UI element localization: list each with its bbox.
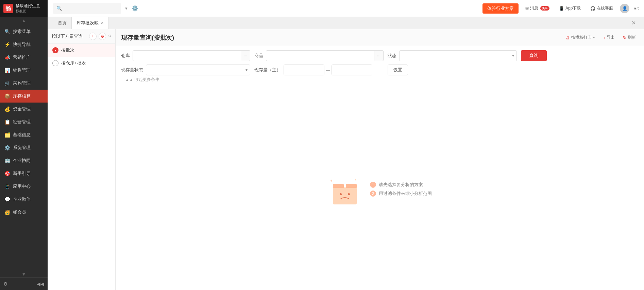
stock-qty-dash: — [326, 68, 330, 73]
message-icon: ✉ [525, 6, 529, 11]
sidebar-item-operations-label: 经营管理 [13, 119, 31, 125]
sidebar-item-guide-label: 新手引导 [13, 170, 31, 177]
sidebar-item-guide[interactable]: 🎯 新手引导 [0, 167, 48, 180]
app-download-button[interactable]: 📱 App下载 [556, 4, 583, 13]
stock-qty-filter: 现存量（主） — [254, 65, 384, 75]
sidebar-item-marketing[interactable]: 📣 营销推广 [0, 51, 48, 64]
settings-button[interactable]: 设置 [388, 65, 408, 75]
product-more-button[interactable]: ··· [374, 50, 384, 61]
stock-status-label: 现存量状态 [121, 67, 143, 73]
appstore-icon: 📱 [4, 183, 10, 189]
sidebar-item-appstore[interactable]: 📱 应用中心 [0, 180, 48, 193]
tab-home[interactable]: 首页 [53, 17, 72, 29]
app-download-icon: 📱 [559, 6, 564, 11]
system-icon: ⚙️ [4, 145, 10, 151]
sidebar-item-enterprise[interactable]: 🏢 企业协同 [0, 154, 48, 167]
svg-rect-2 [346, 184, 357, 188]
sidebar-item-search[interactable]: 🔍 搜索菜单 [0, 25, 48, 38]
sidebar-item-system[interactable]: ⚙️ 系统管理 [0, 141, 48, 154]
stock-qty-range: — [284, 65, 384, 75]
sidebar-item-purchase-label: 采购管理 [13, 80, 31, 86]
sidebar-item-basic[interactable]: 🗂️ 基础信息 [0, 128, 48, 141]
guide-icon: 🎯 [4, 170, 10, 177]
status-filter-label: 状态 [388, 53, 396, 59]
topbar-search-input[interactable] [63, 6, 118, 11]
scheme-item-warehouse-batch-label: 按仓库+批次 [61, 60, 86, 66]
export-label: 导出 [607, 35, 615, 40]
add-scheme-button[interactable]: + [89, 33, 97, 40]
sidebar-item-enterprise-label: 企业协同 [13, 158, 31, 164]
scheme-settings-button[interactable]: ⚙ [99, 33, 106, 40]
collapse-sidebar-button[interactable]: ◀◀ [37, 281, 44, 287]
print-dropdown-icon[interactable]: ▾ [593, 35, 595, 40]
lightning-icon: ⚡ [4, 41, 10, 48]
hint-1-text: 请先选择要分析的方案 [379, 182, 423, 188]
print-label: 按模板打印 [571, 35, 592, 40]
sidebar-scroll-up[interactable]: ▲ [0, 17, 48, 24]
scheme-item-warehouse-batch[interactable]: ○ 按仓库+批次 [48, 57, 115, 70]
message-button[interactable]: ✉ 消息 99+ [523, 4, 552, 13]
online-service-button[interactable]: 🎧 在线客服 [588, 4, 616, 13]
svg-rect-0 [333, 187, 357, 204]
stock-qty-max-input[interactable] [332, 65, 372, 75]
search-icon: 🔍 [56, 6, 62, 11]
hint-1-number: 1 [370, 182, 376, 188]
settings-footer-button[interactable]: ⚙ [3, 281, 8, 287]
sidebar-item-finance[interactable]: 💰 资金管理 [0, 103, 48, 115]
svg-text:✦: ✦ [329, 179, 333, 183]
warehouse-filter: 仓库 ··· [121, 50, 250, 61]
sidebar-item-purchase[interactable]: 🛒 采购管理 [0, 77, 48, 90]
filter-row-1: 仓库 ··· 商品 ··· 状态 [121, 50, 639, 61]
sidebar-item-inventory[interactable]: 📦 库存核算 [0, 90, 48, 103]
scheme-panel: 按以下方案查询 + ⚙ « ● 按批次 ○ 按仓库+批次 [48, 29, 116, 290]
tab-home-label: 首页 [58, 20, 67, 26]
chevron-up-icon: ▲▲ [125, 77, 133, 82]
topbar-settings-button[interactable]: ⚙️ [132, 5, 138, 12]
trial-solution-button[interactable]: 体验行业方案 [482, 3, 519, 14]
sidebar-item-inventory-label: 库存核算 [13, 93, 31, 99]
username-label[interactable]: Rit [633, 6, 639, 11]
collapse-filter-label: 收起更多条件 [135, 77, 159, 83]
warehouse-more-button[interactable]: ··· [241, 50, 250, 61]
sidebar-item-member[interactable]: 👑 畅会员 [0, 206, 48, 219]
app-title: 畅康通好生意 [16, 3, 40, 9]
query-button[interactable]: 查询 [521, 50, 547, 61]
sidebar-item-quicknav-label: 快捷导航 [13, 41, 31, 48]
sidebar-item-marketing-label: 营销推广 [13, 54, 31, 60]
sidebar-item-sales-label: 销售管理 [13, 67, 31, 73]
warehouse-filter-input[interactable] [133, 50, 241, 61]
sidebar-item-member-label: 畅会员 [13, 209, 26, 215]
tab-batch-account[interactable]: 库存批次账 ✕ [72, 17, 109, 29]
sidebar-scroll-down[interactable]: ▼ [0, 271, 48, 277]
stock-qty-min-input[interactable] [284, 65, 324, 75]
status-filter-select[interactable] [399, 50, 517, 61]
product-filter-label: 商品 [254, 53, 263, 59]
page-title: 现存量查询(按批次) [121, 34, 174, 42]
scheme-dot-red: ● [52, 47, 58, 53]
operations-icon: 📋 [4, 119, 10, 125]
export-button[interactable]: ↑ 导出 [600, 33, 617, 42]
sidebar-item-operations[interactable]: 📋 经营管理 [0, 115, 48, 128]
topbar-dropdown-icon[interactable]: ▾ [125, 6, 128, 11]
print-button[interactable]: 🖨 按模板打印 ▾ [563, 33, 598, 42]
scheme-item-batch[interactable]: ● 按批次 [48, 44, 115, 57]
user-avatar[interactable]: 👤 [620, 4, 629, 13]
member-icon: 👑 [4, 209, 10, 215]
product-filter-input[interactable] [266, 50, 374, 61]
topbar-search-box[interactable]: 🔍 [53, 3, 121, 14]
tabs-close-all-button[interactable]: ✕ [629, 20, 639, 26]
sidebar-item-wechat-label: 企业微信 [13, 196, 31, 202]
sidebar-item-wechat[interactable]: 💬 企业微信 [0, 193, 48, 206]
tab-batch-account-label: 库存批次账 [77, 20, 99, 26]
filter-row-2: 现存量状态 现存量（主） — [121, 65, 639, 75]
status-filter: 状态 [388, 50, 517, 61]
sidebar-item-sales[interactable]: 📊 销售管理 [0, 64, 48, 77]
sidebar-item-quicknav[interactable]: ⚡ 快捷导航 [0, 38, 48, 51]
sidebar-item-finance-label: 资金管理 [13, 106, 31, 112]
svg-point-3 [340, 193, 342, 195]
stock-status-select[interactable] [146, 65, 250, 75]
refresh-button[interactable]: ↻ 刷新 [620, 33, 639, 42]
collapse-filter-button[interactable]: ▲▲ 收起更多条件 [121, 75, 639, 84]
collapse-scheme-button[interactable]: « [108, 33, 111, 40]
tab-batch-account-close[interactable]: ✕ [101, 21, 104, 25]
